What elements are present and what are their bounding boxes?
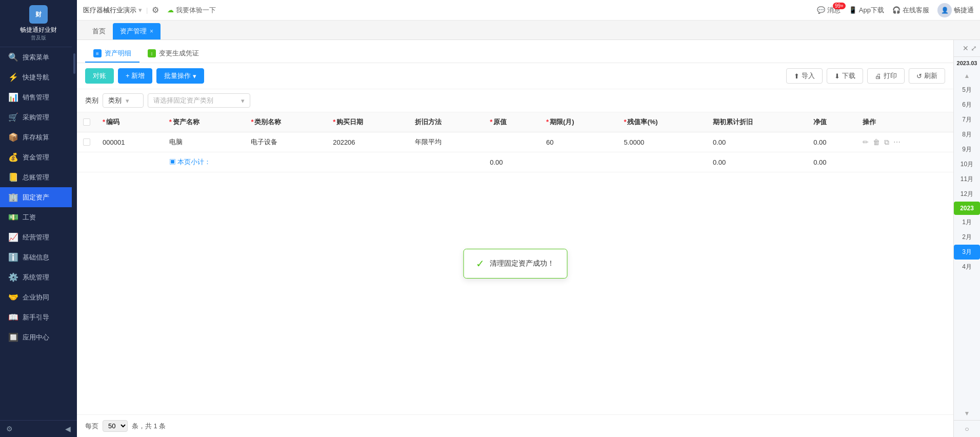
tab-asset-close[interactable]: × — [150, 28, 153, 35]
import-btn[interactable]: ⬆ 导入 — [786, 68, 823, 84]
sidebar-item-purchase[interactable]: 🛒 采购管理 — [0, 107, 77, 127]
fund-icon: 💰 — [8, 152, 18, 162]
year-2023-label: 2023 — [954, 202, 980, 215]
sidebar-item-apps[interactable]: 🔲 应用中心 — [0, 327, 77, 347]
sidebar-item-ledger[interactable]: 📒 总账管理 — [0, 167, 77, 187]
month-6[interactable]: 6月 — [954, 97, 980, 112]
settings-icon[interactable]: ⚙ — [6, 425, 13, 433]
purchase-icon: 🛒 — [8, 112, 18, 122]
delete-icon[interactable]: 🗑 — [873, 138, 880, 147]
month-5[interactable]: 5月 — [954, 83, 980, 97]
corp-icon: 🤝 — [8, 292, 18, 302]
panel-close-icon[interactable]: ✕ — [963, 44, 969, 52]
company-selector[interactable]: 医疗器械行业演示 ▾ — [83, 6, 142, 15]
filter-category-select[interactable]: 请选择固定资产类别 ▾ — [148, 93, 250, 108]
topbar-right: 💬 消息 99+ 📱 App下载 🎧 在线客服 👤 畅捷通 — [817, 3, 974, 17]
panel-bottom-btn[interactable]: ○ — [954, 420, 980, 437]
tab-home[interactable]: 首页 — [85, 23, 113, 39]
filter-category-type[interactable]: 类别 ▾ — [103, 93, 144, 108]
edit-icon[interactable]: ✏ — [863, 138, 869, 147]
row-actions: ✏ 🗑 ⧉ ⋯ — [856, 132, 953, 152]
new-label: + 新增 — [126, 71, 145, 81]
refresh-btn[interactable]: ↺ 刷新 — [909, 68, 945, 84]
filter-category-label: 类别 — [85, 96, 98, 105]
col-code: *编码 — [96, 112, 163, 132]
separator: | — [146, 6, 148, 14]
sidebar-item-fund[interactable]: 💰 资金管理 — [0, 147, 77, 167]
experience-btn[interactable]: ☁ 我要体验一下 — [167, 6, 216, 15]
header-checkbox[interactable] — [83, 118, 90, 126]
month-12[interactable]: 12月 — [954, 187, 980, 202]
refresh-label: 刷新 — [924, 71, 937, 81]
per-page-select[interactable]: 50 — [103, 420, 128, 432]
month-11[interactable]: 11月 — [954, 172, 980, 187]
collapse-icon[interactable]: ◀ — [65, 425, 71, 433]
pagination: 每页 50 条，共 1 条 — [77, 414, 953, 437]
message-btn[interactable]: 💬 消息 99+ — [817, 6, 841, 15]
sidebar-item-search[interactable]: 🔍 搜索菜单 — [0, 47, 77, 67]
batch-label: 批量操作 — [164, 71, 191, 81]
month-2[interactable]: 2月 — [954, 230, 980, 245]
main-area: 医疗器械行业演示 ▾ | ⚙ ☁ 我要体验一下 💬 消息 99+ 📱 App下载… — [77, 0, 980, 437]
month-9[interactable]: 9月 — [954, 142, 980, 157]
sidebar-item-label: 应用中心 — [23, 333, 49, 342]
sales-icon: 📊 — [8, 92, 18, 102]
sidebar-item-sales[interactable]: 📊 销售管理 — [0, 87, 77, 107]
sidebar-item-label: 采购管理 — [23, 113, 49, 122]
fixed-icon: 🏢 — [8, 192, 18, 202]
batch-dropdown-icon: ▾ — [193, 72, 196, 80]
app-download-btn[interactable]: 📱 App下载 — [849, 6, 884, 15]
sidebar-item-corp[interactable]: 🤝 企业协同 — [0, 287, 77, 307]
sidebar-item-quicknav[interactable]: ⚡ 快捷导航 — [0, 67, 77, 87]
panel-up-btn[interactable]: ▲ — [954, 69, 980, 83]
sidebar-item-fixed[interactable]: 🏢 固定资产 — [0, 187, 77, 207]
print-btn[interactable]: 🖨 打印 — [867, 68, 905, 84]
toast-overlay: ✓ 清理固定资产成功！ — [463, 249, 567, 279]
tab-asset-label: 资产管理 — [120, 27, 147, 36]
user-menu[interactable]: 👤 畅捷通 — [937, 3, 974, 17]
subtotal-label: ▣ 本页小计： — [169, 158, 211, 166]
month-4[interactable]: 4月 — [954, 260, 980, 274]
panel-expand-icon[interactable]: ⤢ — [971, 44, 977, 52]
new-btn[interactable]: + 新增 — [118, 68, 152, 84]
voucher-tab-icon: ↕ — [148, 49, 156, 57]
settings-gear-icon[interactable]: ⚙ — [152, 5, 159, 15]
row-residual: 5.0000 — [617, 132, 707, 152]
month-7[interactable]: 7月 — [954, 112, 980, 127]
reconcile-btn[interactable]: 对账 — [85, 68, 114, 84]
download-label: 下载 — [842, 71, 855, 81]
month-8[interactable]: 8月 — [954, 127, 980, 142]
subtotal-row: ▣ 本页小计： 0.00 0.00 0.00 — [77, 152, 953, 172]
row-checkbox[interactable] — [83, 138, 90, 146]
sidebar-item-guide[interactable]: 📖 新手引导 — [0, 307, 77, 327]
system-icon: ⚙️ — [8, 272, 18, 282]
online-service-btn[interactable]: 🎧 在线客服 — [892, 6, 929, 15]
row-net: 0.00 — [807, 132, 856, 152]
sub-tab-detail[interactable]: ≡ 资产明细 — [85, 45, 139, 63]
sidebar-item-label: 固定资产 — [23, 193, 49, 202]
more-icon[interactable]: ⋯ — [893, 138, 901, 147]
right-panel-year: 2023.03 — [954, 57, 980, 69]
row-name: 电脑 — [163, 132, 245, 152]
sidebar-item-label: 销售管理 — [23, 93, 49, 102]
download-btn[interactable]: ⬇ 下载 — [827, 68, 863, 84]
sidebar-item-inventory[interactable]: 📦 库存核算 — [0, 127, 77, 147]
sub-tab-voucher[interactable]: ↕ 变更生成凭证 — [139, 45, 207, 63]
month-3-active[interactable]: 3月 — [954, 245, 980, 260]
message-badge: 99+ — [833, 3, 846, 9]
sidebar-item-info[interactable]: ℹ️ 基础信息 — [0, 247, 77, 267]
sidebar-item-payroll[interactable]: 💵 工资 — [0, 207, 77, 227]
row-original — [484, 132, 540, 152]
sidebar-item-ops[interactable]: 📈 经营管理 — [0, 227, 77, 247]
month-1[interactable]: 1月 — [954, 215, 980, 230]
tab-asset[interactable]: 资产管理 × — [113, 23, 161, 39]
batch-btn[interactable]: 批量操作 ▾ — [156, 68, 204, 84]
subtotal-empty3 — [540, 152, 617, 172]
month-10[interactable]: 10月 — [954, 157, 980, 172]
copy-icon[interactable]: ⧉ — [884, 138, 889, 147]
sidebar-item-system[interactable]: ⚙️ 系统管理 — [0, 267, 77, 287]
action-icons: ✏ 🗑 ⧉ ⋯ — [863, 138, 947, 147]
col-action: 操作 — [856, 112, 953, 132]
logo-text: 畅捷通好业财 — [20, 26, 57, 34]
panel-down-btn[interactable]: ▼ — [954, 407, 980, 420]
